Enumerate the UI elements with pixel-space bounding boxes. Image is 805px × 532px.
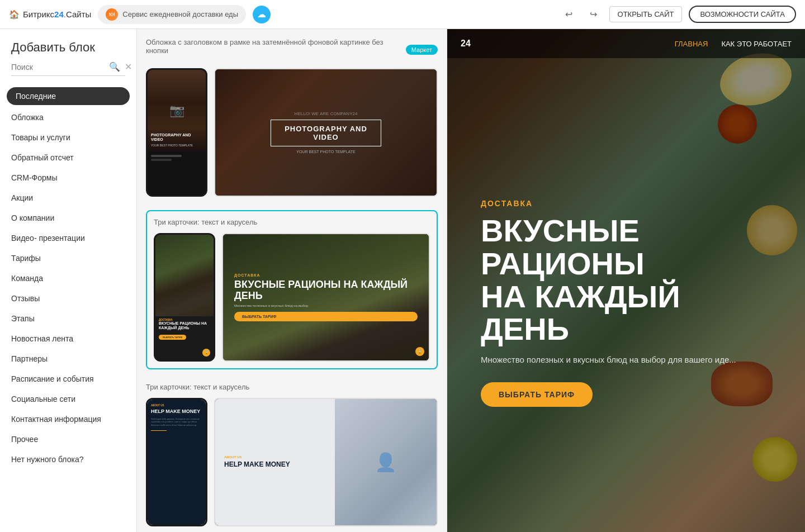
top-header: 🏠 Битрикс24.Сайты 🍽 Сервис ежедневной до… — [0, 0, 805, 29]
desktop-food-btn[interactable]: ВЫБРАТЬ ТАРИФ — [234, 312, 418, 321]
search-icon[interactable]: 🔍 — [109, 61, 120, 72]
sidebar-item-otschet[interactable]: Обратный отсчет — [0, 148, 136, 168]
preview-desktop-food[interactable]: ДОСТАВКА ВКУСНЫЕ РАЦИОНЫ НА КАЖДЫЙ ДЕНЬ … — [222, 233, 430, 362]
mobile-money-label: ABOUT US — [151, 404, 202, 407]
center-panel: Обложка с заголовком в рамке на затемнён… — [137, 29, 447, 532]
search-bar: 🔍 ✕ — [11, 61, 125, 76]
sidebar-item-ocompanii[interactable]: О компании — [0, 208, 136, 228]
desktop-photography-sub: YOUR BEST PHOTO TEMPLATE — [271, 150, 381, 154]
website-cta-button[interactable]: ВЫБРАТЬ ТАРИФ — [481, 382, 593, 407]
desktop-food-label: ДОСТАВКА — [234, 273, 418, 277]
logo: 🏠 Битрикс24.Сайты — [9, 10, 91, 20]
mobile-money-title: HELP MAKE MONEY — [151, 408, 202, 415]
sidebar-item-tovary[interactable]: Товары и услуги — [0, 127, 136, 148]
preview-desktop-photography[interactable]: HELLO! WE ARE COMPANY24 PHOTOGRAPHY AND … — [214, 68, 438, 197]
block-section-photography: Обложка с заголовком в рамке на затемнён… — [146, 38, 438, 197]
sidebar-item-aktsii[interactable]: Акции — [0, 188, 136, 208]
block-preview-photography[interactable]: 📷 PHOTOGRAPHY AND VIDEO YOUR BEST PHOTO … — [146, 68, 438, 197]
main-area: Добавить блок 🔍 ✕ Последние Обложка Това… — [0, 29, 805, 532]
sidebar-item-otzyvy[interactable]: Отзывы — [0, 288, 136, 308]
home-icon: 🏠 — [9, 10, 20, 20]
block-section-header-photography: Обложка с заголовком в рамке на затемнён… — [146, 38, 438, 61]
website-label: ДОСТАВКА — [481, 199, 771, 208]
preview-mobile-food[interactable]: ДОСТАВКА ВКУСНЫЕ РАЦИОНЫ НА КАЖДЫЙ ДЕНЬ … — [154, 233, 215, 362]
sidebar-item-partnery[interactable]: Партнеры — [0, 349, 136, 369]
panel-title: Добавить блок — [0, 29, 136, 61]
site-avatar: 🍽 — [106, 8, 118, 21]
website-nav-main[interactable]: ГЛАВНАЯ — [675, 40, 708, 48]
header-actions: ↩ ↪ ОТКРЫТЬ САЙТ ВОЗМОЖНОСТИ САЙТА — [560, 6, 796, 23]
sidebar-item-komanda[interactable]: Команда — [0, 268, 136, 288]
block-title-photography: Обложка с заголовком в рамке на затемнён… — [146, 38, 406, 55]
sidebar-item-novosti[interactable]: Новостная лента — [0, 329, 136, 349]
sidebar-item-poslednie[interactable]: Последние — [7, 87, 130, 105]
center-content: Обложка с заголовком в рамке на затемнён… — [137, 29, 447, 532]
site-tab[interactable]: 🍽 Сервис ежедневной доставки еды — [98, 5, 246, 24]
redo-button[interactable]: ↪ — [585, 6, 603, 23]
preview-desktop-money[interactable]: ABOUT US HELP MAKE MONEY 👤 — [214, 398, 438, 526]
search-input[interactable] — [11, 63, 109, 72]
preview-mobile-money[interactable]: ABOUT US HELP MAKE MONEY Sed fugiat null… — [146, 398, 207, 526]
block-title-money: Три карточки: текст и карусель — [146, 383, 438, 391]
website-overlay: 24 ГЛАВНАЯ КАК ЭТО РАБОТАЕТ ДОСТАВКА ВКУ… — [447, 29, 805, 532]
logo-text: Битрикс24.Сайты — [23, 10, 91, 19]
open-site-button[interactable]: ОТКРЫТЬ САЙТ — [609, 6, 683, 22]
site-tab-label: Сервис ежедневной доставки еды — [122, 10, 238, 18]
mobile-photography-title: PHOTOGRAPHY AND VIDEO — [151, 133, 202, 142]
desktop-money-label: ABOUT US — [224, 455, 326, 459]
mobile-food-title: ВКУСНЫЕ РАЦИОНЫ НА КАЖДЫЙ ДЕНЬ — [159, 321, 210, 331]
cloud-icon[interactable]: ☁ — [253, 6, 271, 23]
mobile-photography-sub: YOUR BEST PHOTO TEMPLATE — [151, 144, 202, 147]
mobile-food-btn[interactable]: ВЫБРАТЬ ТАРИФ — [159, 335, 186, 340]
website-subtitle: Множество полезных и вкусных блюд на выб… — [481, 355, 760, 364]
block-title-food: Три карточки: текст и карусель — [154, 218, 430, 226]
undo-button[interactable]: ↩ — [560, 6, 578, 23]
block-preview-money[interactable]: ABOUT US HELP MAKE MONEY Sed fugiat null… — [146, 398, 438, 526]
block-section-food: Три карточки: текст и карусель ДОСТАВКА … — [146, 210, 438, 369]
block-section-money: Три карточки: текст и карусель ABOUT US … — [146, 383, 438, 526]
logo-b24: 24 — [54, 10, 64, 19]
features-button[interactable]: ВОЗМОЖНОСТИ САЙТА — [689, 6, 796, 23]
desktop-food-title: ВКУСНЫЕ РАЦИОНЫ НА КАЖДЫЙ ДЕНЬ — [234, 279, 418, 302]
sidebar-item-tarify[interactable]: Тарифы — [0, 248, 136, 268]
sidebar-item-crm[interactable]: CRM-Формы — [0, 168, 136, 188]
sidebar-item-oblozhka[interactable]: Обложка — [0, 107, 136, 127]
desktop-money-title: HELP MAKE MONEY — [224, 460, 326, 468]
sidebar-item-etapy[interactable]: Этапы — [0, 308, 136, 329]
website-header: 24 ГЛАВНАЯ КАК ЭТО РАБОТАЕТ — [447, 29, 805, 58]
website-logo: 24 — [461, 39, 471, 49]
left-panel: Добавить блок 🔍 ✕ Последние Обложка Това… — [0, 29, 137, 532]
website-preview: 24 ГЛАВНАЯ КАК ЭТО РАБОТАЕТ ДОСТАВКА ВКУ… — [447, 29, 805, 532]
sidebar-item-prochee[interactable]: Прочее — [0, 429, 136, 449]
sidebar-item-raspisanie[interactable]: Расписание и события — [0, 369, 136, 389]
website-nav-how[interactable]: КАК ЭТО РАБОТАЕТ — [721, 40, 792, 48]
right-panel: 24 ГЛАВНАЯ КАК ЭТО РАБОТАЕТ ДОСТАВКА ВКУ… — [447, 29, 805, 532]
market-badge: Маркет — [406, 45, 438, 55]
block-preview-food[interactable]: ДОСТАВКА ВКУСНЫЕ РАЦИОНЫ НА КАЖДЫЙ ДЕНЬ … — [154, 233, 430, 362]
nav-list: Последние Обложка Товары и услуги Обратн… — [0, 85, 136, 532]
close-icon[interactable]: ✕ — [125, 61, 132, 72]
desktop-photography-title: PHOTOGRAPHY AND VIDEO — [280, 125, 372, 141]
preview-mobile-photography[interactable]: 📷 PHOTOGRAPHY AND VIDEO YOUR BEST PHOTO … — [146, 68, 207, 197]
sidebar-item-social[interactable]: Социальные сети — [0, 389, 136, 409]
sidebar-item-net[interactable]: Нет нужного блока? — [0, 449, 136, 469]
website-nav: ГЛАВНАЯ КАК ЭТО РАБОТАЕТ — [675, 40, 792, 48]
sidebar-item-kontakt[interactable]: Контактная информация — [0, 409, 136, 429]
sidebar-item-video[interactable]: Видео- презентации — [0, 228, 136, 248]
website-title: ВКУСНЫЕ РАЦИОНЫ НА КАЖДЫЙ ДЕНЬ — [481, 215, 771, 346]
